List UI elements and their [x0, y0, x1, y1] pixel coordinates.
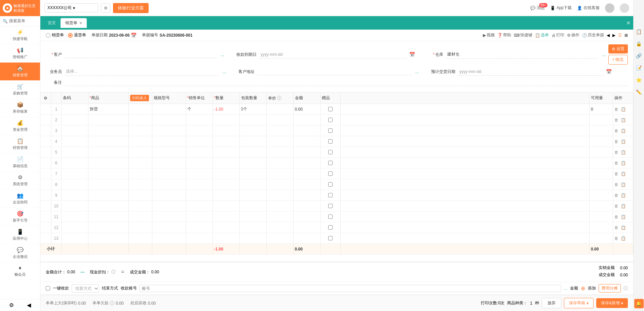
row-barcode-cell[interactable]: [61, 222, 88, 233]
row-gift-cell[interactable]: [320, 115, 340, 125]
customer-addr-input[interactable]: [257, 68, 412, 75]
copy-icon[interactable]: 📋: [621, 236, 626, 241]
row-qty-cell[interactable]: [213, 136, 239, 147]
row-unit-cell[interactable]: [186, 233, 213, 244]
row-pkg-cell[interactable]: [239, 115, 266, 125]
delete-icon[interactable]: 🗑: [614, 171, 618, 176]
delete-icon[interactable]: 🗑: [614, 204, 618, 208]
row-amount-cell[interactable]: [293, 115, 320, 125]
row-goods-cell[interactable]: [88, 147, 128, 158]
row-pkg-cell[interactable]: [239, 168, 266, 179]
row-gift-cell[interactable]: [320, 233, 340, 244]
row-price-cell[interactable]: [266, 115, 293, 125]
row-spec-cell[interactable]: [152, 201, 186, 211]
customer-input[interactable]: [65, 51, 217, 58]
copy-icon[interactable]: 📋: [621, 171, 626, 176]
gift-checkbox[interactable]: [328, 139, 333, 144]
tab-sales-order[interactable]: 销货单 ✕: [61, 18, 87, 28]
sidebar-item-basic-info[interactable]: 📄 基础信息: [0, 153, 40, 171]
logistics-button[interactable]: + 物流: [608, 55, 628, 65]
row-spec-cell[interactable]: [152, 115, 186, 125]
row-spec-cell[interactable]: [152, 147, 186, 158]
row-pkg-cell[interactable]: [239, 201, 266, 211]
row-qty-cell[interactable]: [213, 201, 239, 211]
row-amount-cell[interactable]: [293, 233, 320, 244]
sidebar-collapse-icon[interactable]: ◀: [27, 302, 31, 308]
copy-icon[interactable]: 📋: [621, 225, 626, 230]
row-pkg-cell[interactable]: [239, 125, 266, 136]
gift-checkbox[interactable]: [328, 107, 333, 111]
delete-icon[interactable]: 🗑: [614, 118, 618, 122]
copy-icon[interactable]: 📋: [621, 150, 626, 155]
gift-checkbox[interactable]: [328, 182, 333, 187]
row-price-cell[interactable]: [266, 125, 293, 136]
app-download-button[interactable]: 📱 App下载: [550, 5, 572, 11]
row-barcode-cell[interactable]: [61, 201, 88, 211]
delete-icon[interactable]: 🗑: [614, 161, 618, 165]
addr-dots-icon[interactable]: ...: [415, 69, 419, 74]
row-qty-cell[interactable]: [213, 211, 239, 222]
row-spec-cell[interactable]: [152, 233, 186, 244]
row-spec-cell[interactable]: [152, 211, 186, 222]
row-amount-cell[interactable]: [293, 201, 320, 211]
account-input[interactable]: [140, 285, 561, 292]
sidebar-item-guide[interactable]: 🎯 新手引导: [0, 208, 40, 226]
row-goods-cell[interactable]: [88, 222, 128, 233]
sidebar-item-purchase[interactable]: 🛒 采购管理: [0, 81, 40, 99]
row-unit-cell[interactable]: [186, 125, 213, 136]
row-spec-cell[interactable]: [152, 125, 186, 136]
row-amount-cell[interactable]: 0.00: [293, 104, 320, 115]
row-unit-cell[interactable]: [186, 190, 213, 201]
list-view-icon[interactable]: ☰: [618, 33, 622, 38]
row-amount-cell[interactable]: [293, 136, 320, 147]
row-barcode-cell[interactable]: [61, 115, 88, 125]
row-amount-cell[interactable]: [293, 168, 320, 179]
one-click-payment-checkbox[interactable]: [46, 286, 50, 290]
row-note-cell[interactable]: [340, 168, 590, 179]
expected-calendar-icon[interactable]: 📅: [606, 69, 612, 74]
row-spec-cell[interactable]: [152, 222, 186, 233]
delete-icon[interactable]: 🗑: [614, 225, 618, 230]
row-goods-cell[interactable]: [88, 136, 128, 147]
row-unit-cell[interactable]: 个: [186, 104, 213, 115]
row-note-cell[interactable]: [340, 115, 590, 125]
save-draft-button[interactable]: 保存草稿 ▾: [564, 298, 594, 308]
sidebar-item-finance[interactable]: 💰 资金管理: [0, 117, 40, 135]
expected-date-input[interactable]: yyyy-mm-dd: [458, 68, 603, 76]
tab-close-icon[interactable]: ✕: [79, 21, 82, 25]
row-price-cell[interactable]: [266, 168, 293, 179]
row-gift-cell[interactable]: [320, 201, 340, 211]
gift-checkbox[interactable]: [328, 236, 333, 240]
row-gift-cell[interactable]: [320, 158, 340, 168]
row-note-cell[interactable]: [340, 147, 590, 158]
row-goods-cell[interactable]: [88, 211, 128, 222]
row-unit-cell[interactable]: [186, 222, 213, 233]
row-price-cell[interactable]: [266, 179, 293, 190]
row-gift-cell[interactable]: [320, 125, 340, 136]
row-gift-cell[interactable]: [320, 136, 340, 147]
row-price-cell[interactable]: [266, 136, 293, 147]
help-link[interactable]: ❓ 帮助: [497, 32, 511, 38]
row-barcode-cell[interactable]: [61, 136, 88, 147]
row-amount-cell[interactable]: [293, 211, 320, 222]
trial-button[interactable]: 体验行业方案: [113, 3, 149, 13]
row-barcode-cell[interactable]: [61, 211, 88, 222]
sidebar-item-app-center[interactable]: 📱 应用中心: [0, 226, 40, 244]
row-price-cell[interactable]: [266, 158, 293, 168]
row-goods-cell[interactable]: [88, 158, 128, 168]
right-icon-1[interactable]: 📋: [634, 27, 644, 36]
right-icon-6[interactable]: ✏️: [634, 87, 644, 97]
messages-button[interactable]: 💬 消息 99+: [530, 5, 545, 11]
row-price-cell[interactable]: [266, 233, 293, 244]
row-barcode-cell[interactable]: [61, 233, 88, 244]
operate-link[interactable]: ⚙ 操作: [567, 32, 579, 38]
delete-icon[interactable]: 🗑: [614, 107, 618, 112]
row-spec-cell[interactable]: [152, 168, 186, 179]
print-link[interactable]: 🖨 打印: [552, 32, 564, 38]
row-barcode-cell[interactable]: [61, 158, 88, 168]
row-spec-cell[interactable]: [152, 136, 186, 147]
row-unit-cell[interactable]: [186, 147, 213, 158]
grid-view-icon[interactable]: ⊞: [624, 33, 628, 38]
copy-icon[interactable]: 📋: [621, 204, 626, 208]
right-icon-5[interactable]: ⭐: [634, 75, 644, 85]
